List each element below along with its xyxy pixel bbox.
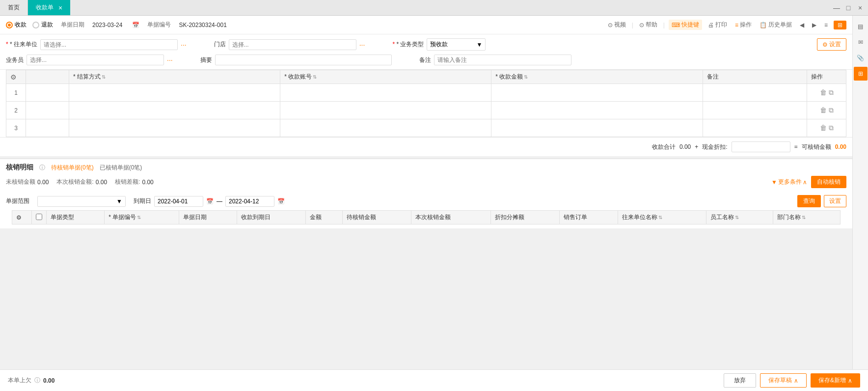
history-btn[interactable]: 📋 历史单据: [758, 20, 794, 30]
discount-input[interactable]: [732, 141, 790, 152]
row-2-remark[interactable]: [703, 102, 807, 119]
row-2-delete-icon[interactable]: 🗑: [820, 106, 827, 114]
date-end-input[interactable]: [225, 196, 274, 207]
row-2-account[interactable]: [280, 102, 491, 119]
range-select[interactable]: ▼: [37, 196, 126, 207]
discard-button[interactable]: 放弃: [724, 373, 756, 388]
info-icon2[interactable]: ⓘ: [34, 376, 40, 385]
close-button[interactable]: ×: [856, 4, 864, 12]
th-settings[interactable]: ⚙: [6, 70, 26, 84]
th2-settings-icon[interactable]: ⚙: [16, 214, 22, 221]
pending-docs-link[interactable]: 待核销单据(0笔): [51, 164, 94, 172]
store-input[interactable]: [229, 39, 356, 50]
settlement-sort-icon[interactable]: ⇅: [102, 74, 106, 80]
row-1-amount[interactable]: [491, 84, 703, 102]
th-operation: 操作: [807, 70, 846, 84]
range-chevron-icon: ▼: [116, 198, 122, 205]
receipt-table: ⚙ * 结算方式 ⇅ * 收款账号 ⇅: [6, 70, 846, 137]
calendar-icon[interactable]: 📅: [132, 22, 139, 28]
business-type-select[interactable]: 预收款 ▼: [427, 38, 486, 51]
refund-radio[interactable]: 退款: [32, 21, 53, 29]
query-button[interactable]: 查询: [797, 195, 821, 207]
info-icon[interactable]: ⓘ: [39, 164, 45, 172]
form-view-btn[interactable]: ⊞: [834, 21, 846, 29]
row-1-account[interactable]: [280, 84, 491, 102]
staff-input[interactable]: [27, 55, 164, 65]
unchecked-label: 未核销金额: [6, 178, 35, 186]
tab-home[interactable]: 首页: [0, 0, 28, 15]
date-start-input[interactable]: [154, 196, 203, 207]
row-3-amount[interactable]: [491, 119, 703, 137]
receipt-radio[interactable]: 收款: [6, 21, 27, 29]
clip-sidebar-icon[interactable]: 📎: [854, 51, 868, 65]
video-label: 视频: [614, 21, 626, 29]
auto-offset-button[interactable]: 自动核销: [811, 176, 846, 188]
shortcut-btn[interactable]: ⌨ 快捷键: [669, 20, 702, 30]
table-settings-icon[interactable]: ⚙: [10, 73, 17, 81]
cal-start-icon[interactable]: 📅: [206, 198, 214, 205]
staff-more-icon[interactable]: ···: [167, 56, 173, 64]
remark-input[interactable]: [434, 55, 571, 65]
help-btn[interactable]: ⊙ 帮助: [637, 20, 659, 30]
th-remark-label: 备注: [707, 73, 719, 80]
row-num-1: 1: [6, 84, 26, 102]
nav-next-btn[interactable]: ▶: [810, 21, 818, 29]
maximize-button[interactable]: □: [844, 4, 852, 12]
row-1-delete-icon[interactable]: 🗑: [820, 88, 827, 97]
print-btn[interactable]: 🖨 打印: [706, 20, 729, 30]
row-2-copy-icon[interactable]: ⧉: [829, 106, 834, 114]
th2-settings[interactable]: ⚙: [12, 211, 32, 224]
th2-sort3[interactable]: ⇅: [735, 215, 739, 220]
minimize-button[interactable]: —: [833, 4, 841, 12]
th2-partner-name: 往来单位名称 ⇅: [618, 211, 706, 224]
select-all-checkbox[interactable]: [36, 214, 42, 220]
summary-input[interactable]: [215, 55, 392, 65]
row-3-copy-icon[interactable]: ⧉: [829, 124, 834, 132]
th-settlement-label: * 结算方式: [73, 73, 101, 81]
operation-btn[interactable]: ≡ 操作: [733, 20, 754, 30]
table-row: 1 🗑 ⧉: [6, 84, 846, 102]
row-1-settlement[interactable]: [69, 84, 280, 102]
more-conditions-btn[interactable]: ▼ 更多条件 ∧: [771, 178, 807, 186]
row-2-settlement[interactable]: [69, 102, 280, 119]
row-1-copy-icon[interactable]: ⧉: [829, 88, 834, 97]
cal-end-icon[interactable]: 📅: [277, 198, 285, 205]
partner-more-icon[interactable]: ···: [181, 41, 187, 49]
save-draft-expand-icon: ∧: [794, 377, 798, 384]
done-docs-link[interactable]: 已核销单据(0笔): [100, 164, 142, 172]
tab-receipt[interactable]: 收款单 ×: [28, 0, 70, 15]
store-more-icon[interactable]: ···: [359, 41, 365, 49]
th2-sort1[interactable]: ⇅: [137, 215, 141, 220]
nav-prev-btn[interactable]: ◀: [798, 21, 806, 29]
th2-sort2[interactable]: ⇅: [658, 215, 662, 220]
mail-sidebar-icon[interactable]: ✉: [854, 35, 868, 49]
screenshot-sidebar-icon[interactable]: ⊞: [854, 67, 868, 81]
row-3-delete-icon[interactable]: 🗑: [820, 124, 827, 132]
help-icon: ⊙: [639, 22, 644, 28]
amount-sort-icon[interactable]: ⇅: [524, 74, 528, 80]
list-view-btn[interactable]: ≡: [822, 21, 830, 29]
partner-input[interactable]: [40, 39, 178, 50]
row-3-settlement[interactable]: [69, 119, 280, 137]
table-row: 3 🗑 ⧉: [6, 119, 846, 137]
total-value: 0.00: [679, 143, 691, 150]
row-2-amount[interactable]: [491, 102, 703, 119]
number-value: SK-20230324-001: [179, 22, 226, 28]
number-label: 单据编号: [147, 21, 171, 29]
row-3-account[interactable]: [280, 119, 491, 137]
row-3-remark[interactable]: [703, 119, 807, 137]
account-sort-icon[interactable]: ⇅: [313, 74, 317, 80]
video-btn[interactable]: ⊙ 视频: [606, 20, 628, 30]
th-account: * 收款账号 ⇅: [280, 70, 491, 84]
filter-icon: ▼: [771, 179, 777, 186]
second-settings-button[interactable]: 设置: [824, 195, 846, 207]
settings-button[interactable]: ⚙ 设置: [817, 38, 846, 51]
second-table: ⚙ 单据类型 * 单据编号: [12, 210, 841, 224]
save-draft-button[interactable]: 保存草稿 ∧: [760, 373, 807, 388]
th2-sort4[interactable]: ⇅: [802, 215, 806, 220]
save-new-button[interactable]: 保存&新增 ∧: [811, 373, 860, 388]
row-1-remark[interactable]: [703, 84, 807, 102]
close-tab-icon[interactable]: ×: [58, 4, 62, 12]
row-3-actions: 🗑 ⧉: [807, 119, 846, 137]
table-sidebar-icon[interactable]: ▤: [854, 20, 868, 33]
